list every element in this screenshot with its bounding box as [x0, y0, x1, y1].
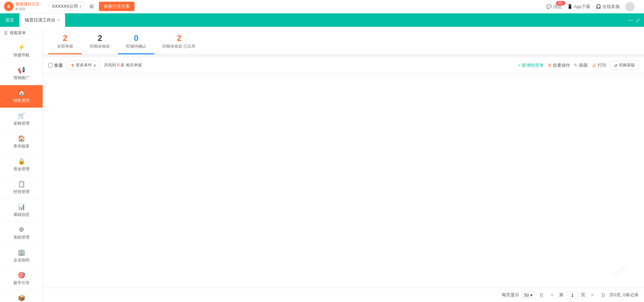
- refresh-button[interactable]: ↻ 刷新: [574, 62, 588, 68]
- tab-workbench-label: 钱货日清工作台: [25, 17, 55, 23]
- stat-num-overdue: 2: [98, 34, 102, 43]
- search-icon: ☰: [4, 31, 8, 36]
- print-label: 打印: [598, 62, 606, 68]
- sidebar-item-label: 新手引导: [13, 280, 30, 286]
- logo-text: 畅捷通好生意: [15, 2, 40, 6]
- sales-icon: 🏠: [18, 89, 25, 97]
- clipboard-icon: 📋: [18, 180, 25, 188]
- tab-workbench[interactable]: 钱货日清工作台 ×: [19, 13, 65, 27]
- content-area: 2 全部单据 2 到期未收款 0 旺辅待确认 2 到期未收款 已出库 全选: [43, 27, 644, 302]
- stat-tab-pending[interactable]: 0 旺辅待确认: [118, 31, 154, 54]
- sidebar-item-sales[interactable]: 🏠 销售管理: [0, 85, 43, 108]
- sidebar-item-label: 基础信息: [13, 212, 30, 218]
- online-service-action[interactable]: 🎧 在线客服: [596, 4, 620, 10]
- sidebar-item-label: 系统管理: [13, 235, 30, 240]
- chevron-down-icon: ∨: [93, 63, 96, 68]
- top-header: 6 畅捷通好生意 标准版 XXXXXX公司 ▾ ⚙ 体验行业方案 💬 消息 99…: [0, 0, 644, 13]
- stat-num-all: 2: [63, 34, 67, 43]
- sidebar-item-operations[interactable]: 📋 经营管理: [0, 176, 43, 199]
- stat-tab-all[interactable]: 2 全部单据: [48, 31, 82, 54]
- page-input[interactable]: [566, 292, 578, 299]
- stat-tab-overdue[interactable]: 2 到期未收款: [82, 31, 118, 54]
- app-download-action[interactable]: 📱 App下载: [567, 4, 590, 10]
- main-layout: ☰ 搜索菜单 ⚡ 快捷导航 📢 营销推广 🏠 销售管理 🛒 采购管理 🏠 库存核…: [0, 27, 644, 302]
- sidebar-item-guide[interactable]: 🎯 新手引导: [0, 267, 43, 290]
- page-first-btn[interactable]: ⟨⟨: [538, 292, 545, 298]
- select-all-checkbox[interactable]: 全选: [48, 62, 63, 68]
- batch-icon: ⊞: [548, 63, 551, 68]
- page-size-value: 50: [524, 293, 529, 298]
- tab-home[interactable]: 首页: [0, 13, 19, 27]
- sidebar-item-quick-nav[interactable]: ⚡ 快捷导航: [0, 40, 43, 62]
- headset-icon: 🎧: [596, 4, 601, 9]
- target-icon: 🎯: [18, 271, 25, 279]
- filter-icon: ▼: [70, 63, 74, 68]
- page-size-select[interactable]: 50 ▾: [522, 292, 535, 299]
- message-action[interactable]: 💬 消息 99+: [546, 4, 562, 10]
- refresh-icon: ↻: [574, 63, 578, 68]
- toolbar: 全选 ▼ 更多条件 ∨ 共找到 0 条 相关单据 + 新增销货单 ⊞ 批量操作: [43, 57, 644, 73]
- header-right: 💬 消息 99+ 📱 App下载 🎧 在线客服: [546, 2, 640, 11]
- tab-maximize-btn[interactable]: ⤢: [636, 17, 640, 23]
- sidebar-item-basic-info[interactable]: 📊 基础信息: [0, 199, 43, 222]
- sidebar-item-label: 快捷导航: [13, 52, 30, 58]
- experience-button[interactable]: 体验行业方案: [99, 2, 135, 11]
- pagination: 每页显示 50 ▾ ⟨⟨ ＜ 第 页 ＞ ⟩⟩ 共0页, 0条记录: [43, 288, 644, 302]
- company-selector[interactable]: XXXXXX公司 ▾: [49, 2, 84, 11]
- sidebar-item-cooperation[interactable]: 🏢 企业协同: [0, 245, 43, 267]
- sidebar-search[interactable]: ☰ 搜索菜单: [0, 27, 43, 40]
- lightning-icon: ⚡: [18, 44, 25, 51]
- stat-tab-shipped[interactable]: 2 到期未收款 已出库: [154, 31, 204, 54]
- grid-icon: 📊: [18, 203, 25, 210]
- page-last-btn[interactable]: ⟩⟩: [599, 292, 607, 298]
- sidebar-item-label: 营销推广: [13, 75, 30, 81]
- page-next-btn[interactable]: ＞: [588, 291, 597, 299]
- found-count: 0: [117, 63, 119, 67]
- found-text: 共找到 0 条 相关单据: [104, 62, 142, 68]
- new-sale-button[interactable]: + 新增销货单: [518, 62, 544, 68]
- online-service-label: 在线客服: [602, 4, 620, 10]
- sidebar-item-purchase[interactable]: 🛒 采购管理: [0, 108, 43, 131]
- stat-label-all: 全部单据: [57, 44, 73, 49]
- user-avatar[interactable]: [625, 2, 635, 11]
- batch-button[interactable]: ⊞ 批量操作: [548, 62, 570, 68]
- per-page-label: 每页显示: [502, 292, 519, 298]
- total-text: 共0页, 0条记录: [609, 292, 639, 298]
- sidebar-item-label: 库存核算: [13, 143, 30, 149]
- sidebar-item-label: 销售管理: [13, 98, 30, 104]
- sidebar-item-inventory[interactable]: 🏠 库存核算: [0, 131, 43, 154]
- print-button[interactable]: 🖨 打印: [592, 62, 606, 68]
- sidebar-item-app-center[interactable]: 📦 应用中心: [0, 290, 43, 302]
- filter-button[interactable]: ▼ 更多条件 ∨: [67, 61, 100, 70]
- settings-icon[interactable]: ⚙: [87, 2, 96, 11]
- stat-num-shipped: 2: [177, 34, 181, 43]
- sidebar-item-marketing[interactable]: 📢 营销推广: [0, 62, 43, 85]
- stats-tabs: 2 全部单据 2 到期未收款 0 旺辅待确认 2 到期未收款 已出库: [43, 27, 644, 55]
- header-left: 6 畅捷通好生意 标准版 XXXXXX公司 ▾ ⚙ 体验行业方案: [4, 2, 135, 11]
- page-prev-btn[interactable]: ＜: [548, 291, 556, 299]
- logo-sub: 标准版: [15, 7, 40, 11]
- box-icon: 📦: [18, 294, 25, 302]
- sidebar-item-label: 采购管理: [13, 121, 30, 126]
- print-icon: 🖨: [592, 63, 596, 68]
- gear-icon: ⚙: [19, 226, 24, 233]
- switch-version-button[interactable]: ⇄ 切换新版: [610, 61, 639, 70]
- app-download-label: App下载: [574, 4, 590, 10]
- page-label: 第: [559, 292, 564, 298]
- select-all-label: 全选: [54, 62, 63, 68]
- logo-icon: 6: [4, 2, 13, 11]
- refresh-label: 刷新: [579, 62, 588, 68]
- new-sale-label: + 新增销货单: [518, 62, 544, 68]
- tab-close-icon[interactable]: ×: [57, 18, 60, 22]
- sidebar-item-label: 企业协同: [13, 257, 30, 263]
- table-area: [43, 73, 644, 288]
- sidebar-item-label: 经营管理: [13, 189, 30, 195]
- sidebar-item-system[interactable]: ⚙ 系统管理: [0, 222, 43, 245]
- found-prefix: 共找到: [104, 63, 116, 67]
- switch-label: 切换新版: [619, 62, 635, 68]
- message-icon: 💬: [546, 4, 552, 9]
- select-all-input[interactable]: [48, 63, 53, 67]
- tab-minimize-btn[interactable]: —: [628, 17, 633, 23]
- sidebar-item-finance[interactable]: 🔒 资金管理: [0, 154, 43, 176]
- company-name: XXXXXX公司: [52, 3, 78, 9]
